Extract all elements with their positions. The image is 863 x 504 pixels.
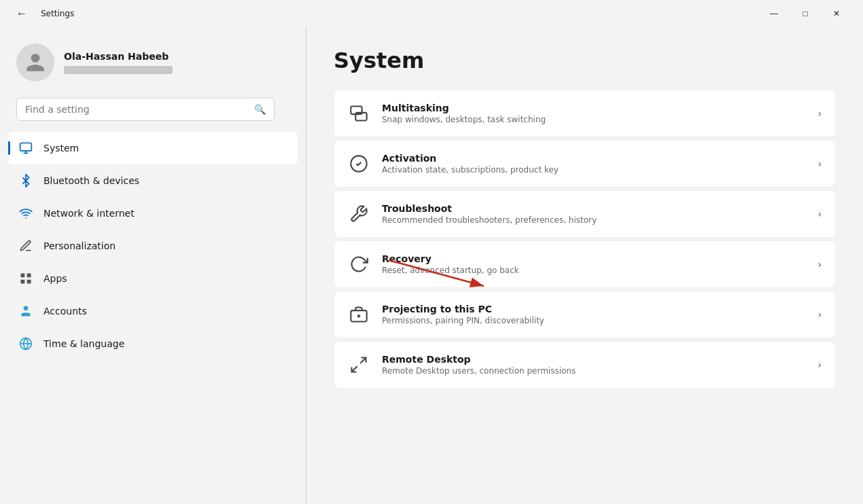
activation-desc: Activation state, subscriptions, product… bbox=[382, 165, 805, 175]
projecting-icon bbox=[348, 304, 370, 325]
app-body: Ola-Hassan Habeeb 🔍 bbox=[0, 27, 863, 504]
sidebar-item-system-label: System bbox=[43, 143, 79, 154]
nav-list: System Bluetooth & devices bbox=[0, 132, 306, 360]
sidebar-item-personalization-label: Personalization bbox=[43, 240, 116, 251]
troubleshoot-arrow-icon: › bbox=[817, 209, 822, 219]
user-profile[interactable]: Ola-Hassan Habeeb bbox=[0, 27, 306, 92]
multitasking-title: Multitasking bbox=[382, 103, 805, 113]
remote-desktop-arrow-icon: › bbox=[817, 359, 822, 370]
multitasking-desc: Snap windows, desktops, task switching bbox=[382, 115, 805, 124]
activation-arrow-icon: › bbox=[817, 158, 822, 169]
sidebar-item-time-label: Time & language bbox=[43, 338, 124, 349]
troubleshoot-text: Troubleshoot Recommended troubleshooters… bbox=[382, 203, 805, 225]
network-icon bbox=[18, 205, 34, 221]
remote-desktop-desc: Remote Desktop users, connection permiss… bbox=[382, 366, 805, 376]
projecting-desc: Permissions, pairing PIN, discoverabilit… bbox=[382, 316, 805, 325]
sidebar-item-accounts-label: Accounts bbox=[43, 306, 87, 317]
user-bar-decoration bbox=[64, 66, 173, 74]
main-content: System Multitasking Snap windows, deskto… bbox=[306, 27, 863, 504]
remote-desktop-title: Remote Desktop bbox=[382, 354, 805, 365]
sidebar-item-bluetooth[interactable]: Bluetooth & devices bbox=[8, 164, 298, 197]
activation-icon bbox=[348, 153, 370, 175]
svg-rect-6 bbox=[21, 280, 25, 284]
recovery-icon bbox=[348, 253, 370, 275]
brush-icon bbox=[18, 238, 34, 254]
sidebar-item-time[interactable]: Time & language bbox=[8, 327, 298, 360]
multitasking-icon bbox=[348, 103, 370, 124]
remote-desktop-text: Remote Desktop Remote Desktop users, con… bbox=[382, 354, 805, 376]
activation-text: Activation Activation state, subscriptio… bbox=[382, 153, 805, 175]
page-title: System bbox=[334, 48, 836, 73]
svg-point-8 bbox=[24, 306, 29, 311]
svg-point-3 bbox=[25, 217, 27, 219]
svg-line-20 bbox=[352, 366, 357, 372]
projecting-text: Projecting to this PC Permissions, pairi… bbox=[382, 304, 805, 325]
svg-rect-4 bbox=[21, 274, 25, 278]
back-button[interactable]: ← bbox=[11, 5, 33, 22]
sidebar-item-apps-label: Apps bbox=[43, 273, 67, 284]
recovery-desc: Reset, advanced startup, go back bbox=[382, 266, 805, 275]
sidebar-item-personalization[interactable]: Personalization bbox=[8, 230, 298, 262]
avatar bbox=[16, 43, 54, 82]
svg-line-19 bbox=[360, 358, 366, 363]
settings-card-troubleshoot[interactable]: Troubleshoot Recommended troubleshooters… bbox=[334, 190, 836, 238]
multitasking-text: Multitasking Snap windows, desktops, tas… bbox=[382, 103, 805, 124]
globe-icon bbox=[18, 336, 34, 352]
svg-rect-7 bbox=[27, 280, 31, 284]
settings-card-recovery[interactable]: Recovery Reset, advanced startup, go bac… bbox=[334, 240, 836, 288]
settings-list: Multitasking Snap windows, desktops, tas… bbox=[334, 90, 836, 389]
sidebar-item-network-label: Network & internet bbox=[43, 208, 135, 219]
sidebar: Ola-Hassan Habeeb 🔍 bbox=[0, 27, 306, 504]
search-input[interactable] bbox=[25, 104, 249, 115]
troubleshoot-title: Troubleshoot bbox=[382, 203, 805, 214]
monitor-icon bbox=[18, 140, 34, 156]
search-box[interactable]: 🔍 bbox=[16, 98, 275, 121]
remote-desktop-icon bbox=[348, 354, 370, 376]
search-icon: 🔍 bbox=[254, 104, 266, 115]
close-button[interactable]: ✕ bbox=[821, 3, 852, 24]
svg-rect-0 bbox=[20, 143, 32, 151]
sidebar-item-accounts[interactable]: Accounts bbox=[8, 295, 298, 327]
recovery-title: Recovery bbox=[382, 253, 805, 264]
settings-card-projecting[interactable]: Projecting to this PC Permissions, pairi… bbox=[334, 291, 836, 338]
settings-card-activation[interactable]: Activation Activation state, subscriptio… bbox=[334, 140, 836, 187]
projecting-arrow-icon: › bbox=[817, 309, 822, 320]
activation-title: Activation bbox=[382, 153, 805, 164]
maximize-button[interactable]: □ bbox=[790, 3, 821, 24]
sidebar-item-apps[interactable]: Apps bbox=[8, 262, 298, 295]
recovery-text: Recovery Reset, advanced startup, go bac… bbox=[382, 253, 805, 275]
user-name: Ola-Hassan Habeeb bbox=[64, 51, 173, 62]
apps-icon bbox=[18, 270, 34, 287]
titlebar-title: Settings bbox=[41, 9, 74, 18]
user-avatar-icon bbox=[24, 52, 46, 73]
settings-card-multitasking[interactable]: Multitasking Snap windows, desktops, tas… bbox=[334, 90, 836, 137]
troubleshoot-desc: Recommended troubleshooters, preferences… bbox=[382, 215, 805, 225]
titlebar: ← Settings — □ ✕ bbox=[0, 0, 863, 27]
troubleshoot-icon bbox=[348, 203, 370, 225]
sidebar-item-network[interactable]: Network & internet bbox=[8, 197, 298, 230]
settings-card-remote-desktop[interactable]: Remote Desktop Remote Desktop users, con… bbox=[334, 341, 836, 389]
recovery-arrow-icon: › bbox=[817, 259, 822, 270]
search-container: 🔍 bbox=[0, 92, 306, 132]
bluetooth-icon bbox=[18, 173, 34, 189]
sidebar-item-system[interactable]: System bbox=[8, 132, 298, 164]
accounts-icon bbox=[18, 303, 34, 319]
svg-rect-5 bbox=[27, 274, 31, 278]
projecting-title: Projecting to this PC bbox=[382, 304, 805, 314]
minimize-button[interactable]: — bbox=[758, 3, 790, 24]
window-controls: — □ ✕ bbox=[758, 3, 852, 24]
multitasking-arrow-icon: › bbox=[817, 108, 822, 119]
user-info: Ola-Hassan Habeeb bbox=[64, 51, 173, 74]
titlebar-left: ← Settings bbox=[11, 5, 74, 22]
sidebar-item-bluetooth-label: Bluetooth & devices bbox=[43, 175, 139, 186]
